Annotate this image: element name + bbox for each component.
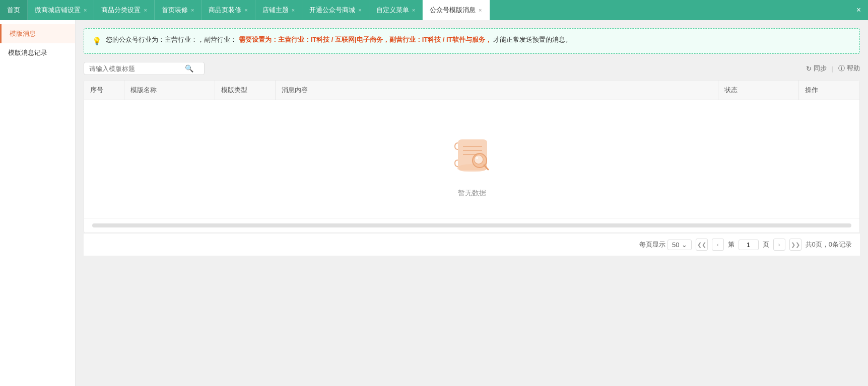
fake-scrollbar[interactable] <box>92 223 851 227</box>
page-input[interactable] <box>739 240 759 250</box>
search-bar: 🔍 ↻ 同步 | ⓘ 帮助 <box>84 62 860 75</box>
tab-home-decor[interactable]: 首页装修 × <box>155 0 202 20</box>
close-all-tabs-button[interactable]: × <box>849 0 868 20</box>
main-layout: 模版消息 模版消息记录 💡 您的公众号行业为：主营行业：，副营行业： 需要设置为… <box>0 20 868 386</box>
close-wechat-shop-icon[interactable]: × <box>84 7 87 13</box>
tab-product-decor-label: 商品页装修 <box>209 6 241 15</box>
empty-state: 暂无数据 <box>84 100 859 218</box>
tab-wechat-shop-label: 微商城店铺设置 <box>35 6 81 15</box>
help-circle-icon: ⓘ <box>838 64 845 73</box>
page-size-dropdown[interactable]: 50 ⌄ <box>667 240 691 250</box>
search-button[interactable]: 🔍 <box>185 64 193 72</box>
tab-product-decor[interactable]: 商品页装修 × <box>202 0 255 20</box>
notice-banner: 💡 您的公众号行业为：主营行业：，副营行业： 需要设置为：主营行业：IT科技 /… <box>84 28 860 54</box>
col-status: 状态 <box>718 81 799 100</box>
close-home-decor-icon[interactable]: × <box>191 7 194 13</box>
tab-shop-theme-label: 店铺主题 <box>262 6 289 15</box>
notice-highlight: 需要设置为：主营行业：IT科技 / 互联网|电子商务，副营行业：IT科技 / I… <box>239 36 492 43</box>
close-template-msg-icon[interactable]: × <box>479 7 482 13</box>
svg-point-7 <box>476 157 478 159</box>
tab-template-msg[interactable]: 公众号模版消息 × <box>423 0 489 20</box>
page-prev-button[interactable]: ‹ <box>712 239 724 251</box>
tab-open-mall-label: 开通公众号商城 <box>309 6 355 15</box>
chevron-down-icon: ⌄ <box>682 241 687 249</box>
page-first-button[interactable]: ❮❮ <box>696 239 708 251</box>
pagination-bar: 每页显示 50 ⌄ ❮❮ ‹ 第 页 › ❯❯ 共0页，0条记录 <box>84 233 860 256</box>
empty-text: 暂无数据 <box>458 189 486 198</box>
search-actions: ↻ 同步 | ⓘ 帮助 <box>806 64 860 73</box>
col-action: 操作 <box>799 81 859 100</box>
table-header: 序号 模版名称 模版类型 消息内容 状态 操作 <box>84 81 859 100</box>
tab-product-category[interactable]: 商品分类设置 × <box>94 0 154 20</box>
tab-product-category-label: 商品分类设置 <box>101 6 141 15</box>
search-input[interactable] <box>89 65 185 72</box>
col-index: 序号 <box>84 81 124 100</box>
scrollbar-area <box>84 218 859 233</box>
data-table: 序号 模版名称 模版类型 消息内容 状态 操作 <box>84 80 860 233</box>
svg-point-5 <box>474 155 483 164</box>
page-next-button[interactable]: › <box>773 239 785 251</box>
notice-icon: 💡 <box>92 35 102 47</box>
sidebar-item-template-record-label: 模版消息记录 <box>8 49 47 56</box>
close-product-decor-icon[interactable]: × <box>244 7 247 13</box>
close-custom-menu-icon[interactable]: × <box>412 7 415 13</box>
empty-illustration <box>447 130 497 181</box>
page-last-button[interactable]: ❯❯ <box>789 239 802 251</box>
sync-label: 同步 <box>814 64 827 73</box>
di-label: 第 <box>728 240 735 249</box>
help-label: 帮助 <box>847 64 860 73</box>
close-open-mall-icon[interactable]: × <box>358 7 361 13</box>
notice-text: 您的公众号行业为：主营行业：，副营行业： 需要设置为：主营行业：IT科技 / 互… <box>106 35 572 45</box>
tab-home[interactable]: 首页 <box>0 0 28 20</box>
tab-custom-menu[interactable]: 自定义菜单 × <box>369 0 423 20</box>
close-product-category-icon[interactable]: × <box>144 7 147 13</box>
sidebar-item-template-record[interactable]: 模版消息记录 <box>0 43 75 62</box>
page-size-value: 50 <box>672 241 679 249</box>
tab-custom-menu-label: 自定义菜单 <box>376 6 409 15</box>
sidebar-item-template-message-label: 模版消息 <box>10 30 36 37</box>
tab-home-decor-label: 首页装修 <box>162 6 188 15</box>
tab-template-msg-label: 公众号模版消息 <box>430 6 476 15</box>
col-type: 模版类型 <box>215 81 276 100</box>
page-size-select: 每页显示 50 ⌄ <box>639 240 691 250</box>
page-size-label: 每页显示 <box>639 240 665 249</box>
page-unit-label: 页 <box>763 240 769 249</box>
tab-open-mall[interactable]: 开通公众号商城 × <box>302 0 369 20</box>
page-total: 共0页，0条记录 <box>806 240 852 249</box>
sync-button[interactable]: ↻ 同步 <box>806 64 827 73</box>
help-button[interactable]: ⓘ 帮助 <box>838 64 860 73</box>
divider: | <box>832 65 833 72</box>
tab-home-label: 首页 <box>7 6 20 15</box>
content-area: 💡 您的公众号行业为：主营行业：，副营行业： 需要设置为：主营行业：IT科技 /… <box>76 20 868 386</box>
sidebar-item-template-message[interactable]: 模版消息 <box>0 24 75 43</box>
sidebar: 模版消息 模版消息记录 <box>0 20 76 386</box>
sync-icon: ↻ <box>806 65 812 72</box>
close-shop-theme-icon[interactable]: × <box>292 7 295 13</box>
tab-shop-theme[interactable]: 店铺主题 × <box>255 0 302 20</box>
search-input-wrap: 🔍 <box>84 62 205 75</box>
tab-wechat-shop[interactable]: 微商城店铺设置 × <box>28 0 94 20</box>
col-content: 消息内容 <box>276 81 718 100</box>
top-nav: 首页 微商城店铺设置 × 商品分类设置 × 首页装修 × 商品页装修 × 店铺主… <box>0 0 868 20</box>
col-name: 模版名称 <box>124 81 215 100</box>
